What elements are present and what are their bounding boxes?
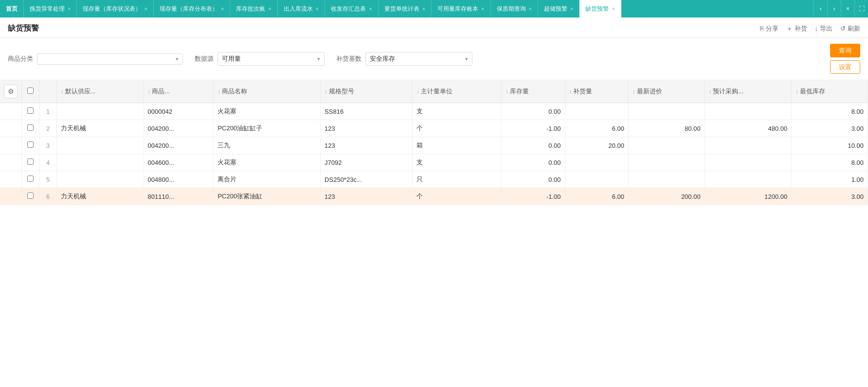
- row-num-col-header: [39, 80, 57, 103]
- row-checkbox-cell: [22, 120, 39, 137]
- tab-overstock-close[interactable]: ×: [570, 6, 573, 12]
- tab-batch[interactable]: 库存批次账 ×: [230, 0, 277, 18]
- row-checkbox[interactable]: [27, 193, 34, 199]
- row-product-code: 801110...: [144, 188, 214, 205]
- row-checkbox[interactable]: [27, 141, 34, 148]
- latest-price-col-header[interactable]: 最新进价: [628, 80, 705, 103]
- gear-col-header: ⚙: [0, 80, 22, 103]
- row-checkbox-cell: [22, 103, 39, 120]
- query-button[interactable]: 查询: [830, 44, 860, 57]
- tab-order-stats[interactable]: 要货单统计表 ×: [379, 0, 432, 18]
- replenish-qty-col-header[interactable]: 补货量: [565, 80, 628, 103]
- row-stock-qty: 0.00: [502, 103, 565, 120]
- table-row: 3 004200... 三九 123 箱 0.00 20.00 10.00: [0, 137, 868, 154]
- default-supplier-col-header[interactable]: 默认供应...: [57, 80, 144, 103]
- row-product-code: 004600...: [144, 154, 214, 171]
- tab-inout-flow[interactable]: 出入库流水 ×: [278, 0, 325, 18]
- datasource-filter-group: 数据源 可用量 ▾: [195, 52, 325, 66]
- tab-expiry-close[interactable]: ×: [529, 6, 532, 12]
- product-name-col-header[interactable]: 商品名称: [214, 80, 321, 103]
- share-button[interactable]: ⎘ 分享: [760, 24, 778, 33]
- datasource-select[interactable]: 可用量 ▾: [217, 52, 325, 66]
- export-button[interactable]: ↓ 导出: [815, 24, 833, 33]
- refresh-button[interactable]: ↺ 刷新: [840, 24, 860, 33]
- row-default-supplier: [57, 137, 144, 154]
- tab-fullscreen-button[interactable]: ⛶: [854, 0, 868, 18]
- tab-avail-ledger-close[interactable]: ×: [481, 6, 484, 12]
- tab-exception[interactable]: 拣货异常处理 ×: [24, 0, 77, 18]
- row-num-cell: 1: [39, 103, 57, 120]
- row-product-code: 004200...: [144, 120, 214, 137]
- tab-stock-dist-close[interactable]: ×: [221, 6, 224, 12]
- row-checkbox[interactable]: [27, 158, 34, 165]
- tab-stock-status[interactable]: 现存量（库存状况表） ×: [77, 0, 153, 18]
- tab-inout-flow-close[interactable]: ×: [316, 6, 319, 12]
- table-row: 4 004600... 火花塞 J7092 支 0.00 8.00: [0, 154, 868, 171]
- row-unit: 支: [413, 103, 502, 120]
- row-spec: 123: [321, 120, 413, 137]
- tab-shortage-close[interactable]: ×: [612, 6, 615, 12]
- select-all-checkbox[interactable]: [27, 88, 34, 94]
- datasource-label: 数据源: [195, 54, 214, 63]
- replenish-basis-arrow-icon: ▾: [465, 56, 468, 62]
- row-gear-cell: [0, 137, 22, 154]
- tab-overstock[interactable]: 超储预警 ×: [538, 0, 579, 18]
- tab-stock-status-close[interactable]: ×: [144, 6, 147, 12]
- row-checkbox[interactable]: [27, 124, 34, 131]
- row-latest-price: [628, 103, 705, 120]
- tab-batch-close[interactable]: ×: [268, 6, 271, 12]
- row-spec: DS250*23c...: [321, 171, 413, 188]
- row-product-name: PC200张紧油缸: [214, 188, 321, 205]
- row-default-supplier: [57, 154, 144, 171]
- min-stock-col-header[interactable]: 最低库存: [792, 80, 868, 103]
- tab-nav-buttons: ‹ › × ⛶: [814, 0, 868, 18]
- tab-order-stats-close[interactable]: ×: [422, 6, 425, 12]
- unit-col-header[interactable]: 主计量单位: [413, 80, 502, 103]
- category-select[interactable]: ▾: [37, 53, 183, 65]
- replenish-basis-label: 补货基数: [336, 54, 362, 63]
- tab-exception-close[interactable]: ×: [68, 6, 71, 12]
- tab-stock-dist-label: 现存量（库存分布表）: [160, 5, 218, 13]
- tab-stock-dist[interactable]: 现存量（库存分布表） ×: [154, 0, 230, 18]
- tab-avail-ledger-label: 可用量库存账本: [437, 5, 478, 13]
- row-spec: 123: [321, 188, 413, 205]
- row-product-name: 离合片: [214, 171, 321, 188]
- row-replenish-qty: [565, 103, 628, 120]
- tab-shortage-label: 缺货预警: [585, 5, 609, 13]
- row-stock-qty: 0.00: [502, 137, 565, 154]
- replenish-basis-select[interactable]: 安全库存 ▾: [365, 52, 472, 66]
- row-product-code: 0000042: [144, 103, 214, 120]
- tab-shortage[interactable]: 缺货预警 ×: [579, 0, 621, 18]
- tab-close-all-button[interactable]: ×: [841, 0, 854, 18]
- tab-avail-ledger[interactable]: 可用量库存账本 ×: [432, 0, 490, 18]
- row-default-supplier: [57, 171, 144, 188]
- row-product-name: PC200油缸缸子: [214, 120, 321, 137]
- replenish-button[interactable]: ＋ 补货: [786, 24, 807, 33]
- stock-qty-col-header[interactable]: 库存量: [502, 80, 565, 103]
- row-spec: SS816: [321, 103, 413, 120]
- row-spec: 123: [321, 137, 413, 154]
- tab-exception-label: 拣货异常处理: [30, 5, 65, 13]
- row-checkbox[interactable]: [27, 107, 34, 114]
- tab-collect-summary-close[interactable]: ×: [369, 6, 372, 12]
- refresh-icon: ↺: [840, 25, 846, 32]
- row-unit: 箱: [413, 137, 502, 154]
- tab-collect-summary[interactable]: 收发存汇总表 ×: [325, 0, 378, 18]
- tab-next-button[interactable]: ›: [827, 0, 841, 18]
- product-code-col-header[interactable]: 商品...: [144, 80, 214, 103]
- row-checkbox[interactable]: [27, 176, 34, 182]
- spec-col-header[interactable]: 规格型号: [321, 80, 413, 103]
- row-checkbox-cell: [22, 154, 39, 171]
- row-min-stock: 10.00: [792, 137, 868, 154]
- row-checkbox-cell: [22, 137, 39, 154]
- row-est-purchase: [705, 137, 792, 154]
- tab-prev-button[interactable]: ‹: [814, 0, 827, 18]
- column-settings-button[interactable]: ⚙: [4, 85, 18, 98]
- row-product-code: 004200...: [144, 137, 214, 154]
- settings-button[interactable]: 设置: [830, 60, 860, 74]
- tab-home[interactable]: 首页: [0, 0, 24, 18]
- row-num-cell: 6: [39, 188, 57, 205]
- tab-expiry[interactable]: 保质期查询 ×: [491, 0, 538, 18]
- tab-bar: 首页 拣货异常处理 × 现存量（库存状况表） × 现存量（库存分布表） × 库存…: [0, 0, 868, 18]
- est-purchase-col-header[interactable]: 预计采购...: [705, 80, 792, 103]
